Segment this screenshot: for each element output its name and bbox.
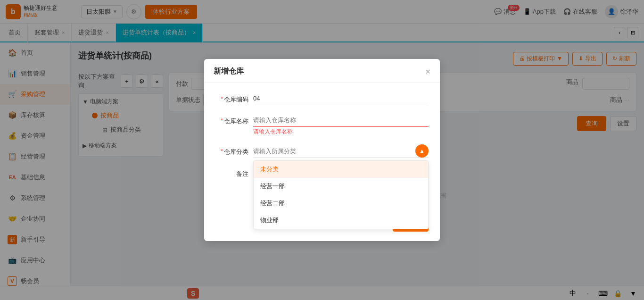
warehouse-code-input[interactable]	[253, 92, 429, 105]
modal-body: * 仓库编码 * 仓库名称 请输入仓库名称 *	[204, 83, 440, 211]
category-dropdown-list: 未分类 经营一部 经营二部 物业部	[253, 160, 429, 229]
modal-title: 新增仓库	[214, 67, 244, 76]
warehouse-name-label: 仓库名称	[224, 117, 248, 125]
warehouse-name-input[interactable]	[253, 114, 429, 127]
dropdown-item-dept2[interactable]: 经营二部	[254, 195, 428, 212]
warehouse-category-row: * 仓库分类 ▲ 未分类 经营一部 经营二部 物业部	[215, 144, 429, 158]
warehouse-code-row: * 仓库编码	[215, 92, 429, 105]
dropdown-item-property[interactable]: 物业部	[254, 212, 428, 229]
warehouse-name-error: 请输入仓库名称	[253, 128, 429, 136]
modal-header: 新增仓库 ×	[204, 59, 440, 83]
dropdown-item-dept1[interactable]: 经营一部	[254, 178, 428, 195]
warehouse-name-row: * 仓库名称 请输入仓库名称	[215, 114, 429, 136]
new-warehouse-modal: 新增仓库 × * 仓库编码 * 仓库名称 请输入仓库名称	[204, 59, 440, 241]
remark-label: 备注	[236, 170, 248, 178]
warehouse-code-label: 仓库编码	[224, 95, 248, 104]
required-star: *	[221, 95, 223, 102]
dropdown-item-uncategorized[interactable]: 未分类	[254, 161, 428, 178]
category-dropdown-arrow[interactable]: ▲	[415, 144, 429, 158]
modal-close-button[interactable]: ×	[425, 67, 430, 76]
warehouse-category-wrapper: ▲ 未分类 经营一部 经营二部 物业部	[253, 144, 429, 158]
warehouse-category-label: 仓库分类	[224, 148, 248, 156]
modal-overlay: 新增仓库 × * 仓库编码 * 仓库名称 请输入仓库名称	[0, 0, 644, 300]
warehouse-category-input[interactable]	[253, 145, 415, 158]
